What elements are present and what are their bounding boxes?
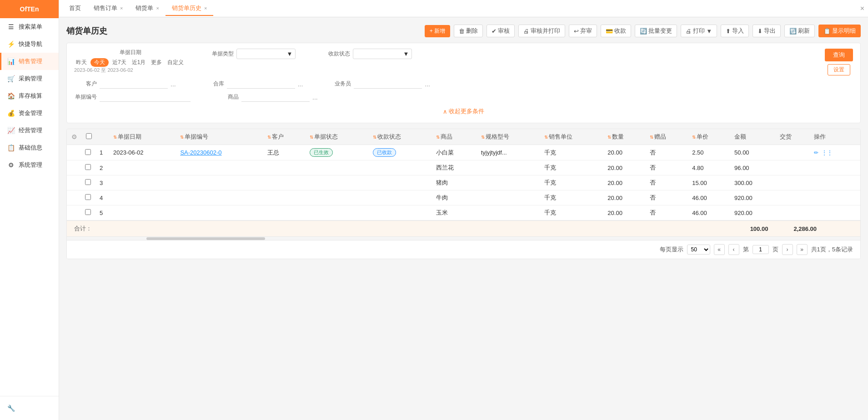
batch-change-icon: 🔄 [640, 28, 647, 35]
col-qty[interactable]: ⇅数量 [604, 129, 646, 145]
tab-sales-history-close[interactable]: × [204, 5, 207, 11]
row1-doc-no-link[interactable]: SA-20230602-0 [180, 149, 221, 156]
print-icon: 🖨 [686, 28, 692, 35]
warehouse-label: 合库 [201, 80, 224, 88]
col-gift[interactable]: ⇅赠品 [646, 129, 688, 145]
salesperson-input[interactable] [354, 79, 422, 89]
row1-select-checkbox[interactable] [85, 149, 91, 155]
col-doc-status[interactable]: ⇅单据状态 [306, 129, 369, 145]
page-last-btn[interactable]: » [797, 244, 808, 255]
print-button[interactable]: 🖨 打印 ▼ [681, 25, 717, 37]
tab-sales-delivery[interactable]: 销货单 × [129, 1, 165, 16]
abandon-button[interactable]: ↩ 弃审 [569, 25, 597, 37]
date-tab-today[interactable]: 今天 [90, 58, 109, 67]
new-button[interactable]: + 新增 [425, 25, 450, 37]
product-input[interactable] [241, 92, 310, 102]
row3-select-checkbox[interactable] [85, 179, 91, 185]
date-tab-custom[interactable]: 自定义 [166, 58, 186, 67]
tab-sales-order-close[interactable]: × [120, 5, 123, 11]
row3-checkbox [81, 175, 96, 190]
row4-select-checkbox[interactable] [85, 194, 91, 200]
col-spec[interactable]: ⇅规格型号 [477, 129, 541, 145]
col-customer[interactable]: ⇅客户 [264, 129, 306, 145]
export-button[interactable]: ⬇ 导出 [753, 25, 781, 37]
batch-change-button[interactable]: 🔄 批量变更 [635, 25, 677, 37]
sidebar-item-sales-mgmt[interactable]: 📊 销售管理 [0, 53, 59, 70]
col-unit[interactable]: ⇅销售单位 [541, 129, 604, 145]
sidebar-item-ops-mgmt[interactable]: 📈 经营管理 [0, 122, 59, 139]
filter-row-3: 单据编号 商品 ... [74, 92, 853, 102]
sidebar-item-search-menu[interactable]: ☰ 搜索菜单 [0, 18, 59, 35]
page-content: 销货单历史 + 新增 🗑 删除 ✔ 审核 🖨 审核并打印 ↩ 弃审 [59, 17, 868, 420]
sidebar-bottom-btn1[interactable]: 🔧 [0, 400, 59, 416]
salesperson-dots[interactable]: ... [425, 80, 430, 88]
sidebar-item-basic-info[interactable]: 📋 基础信息 [0, 139, 59, 156]
page-first-btn[interactable]: « [714, 244, 725, 255]
date-tab-yesterday[interactable]: 昨天 [74, 58, 89, 67]
app-logo: OfTEn [0, 0, 59, 18]
filter-settings-button[interactable]: 设置 [828, 64, 850, 75]
collapse-button[interactable]: ∧ 收起更多条件 [74, 105, 853, 117]
row4-gift: 否 [646, 190, 688, 205]
date-tab-7days[interactable]: 近7天 [110, 58, 128, 67]
filter-row-2: 客户 ... 合库 ... 业务员 ... [74, 79, 853, 89]
sidebar-item-purchase-mgmt[interactable]: 🛒 采购管理 [0, 70, 59, 87]
page-next-btn[interactable]: › [782, 244, 793, 255]
import-button[interactable]: ⬆ 导入 [721, 25, 749, 37]
query-button[interactable]: 查询 [825, 49, 853, 61]
pay-status-select[interactable]: ▼ [353, 49, 412, 59]
footer-label: 合计： [74, 225, 101, 233]
sidebar-item-finance-mgmt[interactable]: 💰 资金管理 [0, 105, 59, 122]
product-dots[interactable]: ... [312, 94, 318, 101]
audit-button[interactable]: ✔ 审核 [487, 25, 515, 37]
per-page-select[interactable]: 50 20 100 [687, 245, 710, 255]
col-pay-status[interactable]: ⇅收款状态 [369, 129, 432, 145]
sidebar-item-quick-nav[interactable]: ⚡ 快捷导航 [0, 35, 59, 53]
warehouse-input[interactable] [227, 79, 295, 89]
select-all-checkbox[interactable] [86, 133, 92, 139]
page-number-input[interactable]: 1 [753, 245, 769, 254]
tab-sales-order[interactable]: 销售订单 × [87, 1, 129, 16]
scrollbar-thumb[interactable] [146, 237, 266, 240]
row1-more-btn[interactable]: ⋮⋮ [822, 150, 833, 156]
row2-select-checkbox[interactable] [85, 164, 91, 170]
doc-type-dropdown-icon: ▼ [287, 50, 293, 57]
collapse-label: 收起更多条件 [449, 107, 484, 115]
date-tab-1month[interactable]: 近1月 [130, 58, 148, 67]
sidebar-item-sys-mgmt[interactable]: ⚙ 系统管理 [0, 156, 59, 174]
tab-sales-delivery-close[interactable]: × [156, 5, 159, 11]
doc-no-input[interactable] [100, 92, 191, 102]
show-detail-button[interactable]: 📋 显示明细 [818, 25, 861, 37]
row3-spec [477, 175, 541, 190]
audit-print-button[interactable]: 🖨 审核并打印 [518, 25, 565, 37]
spec-sort-icon: ⇅ [481, 135, 485, 140]
col-product[interactable]: ⇅商品 [432, 129, 477, 145]
horizontal-scrollbar[interactable] [67, 236, 860, 240]
customer-dots[interactable]: ... [171, 80, 176, 88]
collect-button[interactable]: 💳 收款 [601, 25, 631, 37]
audit-print-icon: 🖨 [523, 28, 529, 35]
product-sort-icon: ⇅ [436, 135, 440, 140]
sidebar-item-inventory[interactable]: 🏠 库存核算 [0, 87, 59, 105]
row1-edit-btn[interactable]: ✏ [814, 150, 818, 156]
page-prev-btn[interactable]: ‹ [728, 244, 739, 255]
row5-select-checkbox[interactable] [85, 209, 91, 215]
refresh-button[interactable]: 🔃 刷新 [784, 25, 815, 37]
quick-nav-icon: ⚡ [7, 40, 15, 48]
tabbar-close-btn[interactable]: × [860, 5, 864, 13]
table-row: 2 西兰花 千克 20.00 否 4.80 96.00 [67, 160, 860, 175]
warehouse-dots[interactable]: ... [298, 80, 303, 88]
delete-button[interactable]: 🗑 删除 [454, 25, 483, 37]
pagination-bar: 每页显示 50 20 100 « ‹ 第 1 页 › » 共1页，5条记录 [67, 240, 860, 259]
col-doc-date[interactable]: ⇅单据日期 [110, 129, 176, 145]
doc-type-select[interactable]: ▼ [236, 49, 296, 59]
col-doc-no[interactable]: ⇅单据编号 [176, 129, 263, 145]
row3-gift: 否 [646, 175, 688, 190]
col-price[interactable]: ⇅单价 [688, 129, 731, 145]
table-settings-gear[interactable]: ⚙ [71, 133, 77, 140]
tab-sales-history[interactable]: 销货单历史 × [166, 1, 213, 16]
customer-input[interactable] [100, 79, 168, 89]
tab-home[interactable]: 首页 [63, 1, 87, 16]
product-label: 商品 [216, 93, 239, 101]
date-tab-more[interactable]: 更多 [149, 58, 164, 67]
